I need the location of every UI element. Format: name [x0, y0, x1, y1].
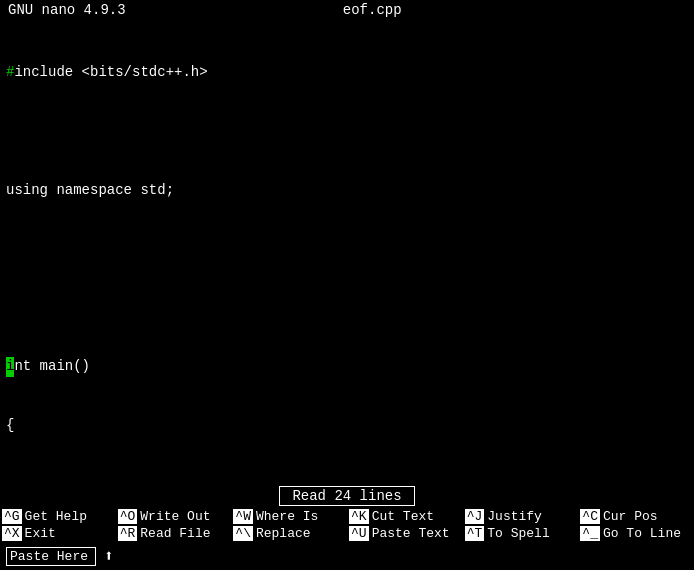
paste-area: ⬆	[0, 542, 694, 570]
terminal: GNU nano 4.9.3 eof.cpp #include <bits/st…	[0, 0, 694, 570]
code-line-1: #include <bits/stdc++.h>	[6, 63, 688, 83]
shortcut-label-replace: Replace	[253, 526, 311, 541]
code-line-6: int main()	[6, 357, 688, 377]
shortcut-label-to-spell: To Spell	[484, 526, 549, 541]
code-line-2	[6, 122, 688, 142]
code-line-4	[6, 240, 688, 260]
shortcut-key-where-is: ^W	[233, 509, 253, 524]
shortcut-key-justify: ^J	[465, 509, 485, 524]
shortcut-label-go-to-line: Go To Line	[600, 526, 681, 541]
status-bar: Read 24 lines	[0, 484, 694, 508]
shortcut-label-get-help: Get Help	[22, 509, 87, 524]
shortcut-row-2: ^X Exit ^R Read File ^\ Replace ^U Paste…	[0, 525, 694, 542]
code-line-7: {	[6, 416, 688, 436]
nano-version: GNU nano 4.9.3	[8, 2, 126, 18]
code-line-3: using namespace std;	[6, 181, 688, 201]
code-line-5	[6, 298, 688, 318]
shortcut-label-cur-pos: Cur Pos	[600, 509, 658, 524]
upload-icon: ⬆	[104, 546, 114, 566]
shortcut-label-paste-text: Paste Text	[369, 526, 450, 541]
shortcut-label-justify: Justify	[484, 509, 542, 524]
shortcut-justify[interactable]: ^J Justify	[463, 508, 579, 525]
shortcut-label-read-file: Read File	[137, 526, 210, 541]
shortcut-key-read-file: ^R	[118, 526, 138, 541]
shortcut-replace[interactable]: ^\ Replace	[231, 525, 347, 542]
title-bar: GNU nano 4.9.3 eof.cpp	[0, 0, 694, 20]
paste-input[interactable]	[6, 547, 96, 566]
editor-area[interactable]: #include <bits/stdc++.h> using namespace…	[0, 20, 694, 484]
shortcut-key-paste-text: ^U	[349, 526, 369, 541]
shortcut-write-out[interactable]: ^O Write Out	[116, 508, 232, 525]
shortcut-cur-pos[interactable]: ^C Cur Pos	[578, 508, 694, 525]
shortcut-key-go-to-line: ^_	[580, 526, 600, 541]
shortcut-key-get-help: ^G	[2, 509, 22, 524]
shortcut-row-1: ^G Get Help ^O Write Out ^W Where Is ^K …	[0, 508, 694, 525]
status-message: Read 24 lines	[279, 486, 414, 506]
shortcut-cut-text[interactable]: ^K Cut Text	[347, 508, 463, 525]
shortcut-read-file[interactable]: ^R Read File	[116, 525, 232, 542]
shortcut-get-help[interactable]: ^G Get Help	[0, 508, 116, 525]
shortcut-go-to-line[interactable]: ^_ Go To Line	[578, 525, 694, 542]
shortcut-where-is[interactable]: ^W Where Is	[231, 508, 347, 525]
shortcut-paste-text[interactable]: ^U Paste Text	[347, 525, 463, 542]
filename: eof.cpp	[343, 2, 402, 18]
shortcut-key-to-spell: ^T	[465, 526, 485, 541]
shortcut-label-where-is: Where Is	[253, 509, 318, 524]
shortcut-exit[interactable]: ^X Exit	[0, 525, 116, 542]
shortcut-key-cut-text: ^K	[349, 509, 369, 524]
shortcut-label-cut-text: Cut Text	[369, 509, 434, 524]
shortcut-to-spell[interactable]: ^T To Spell	[463, 525, 579, 542]
shortcut-label-exit: Exit	[22, 526, 56, 541]
shortcut-key-exit: ^X	[2, 526, 22, 541]
code-line-8	[6, 475, 688, 484]
shortcut-key-replace: ^\	[233, 526, 253, 541]
shortcut-key-cur-pos: ^C	[580, 509, 600, 524]
shortcut-key-write-out: ^O	[118, 509, 138, 524]
shortcut-label-write-out: Write Out	[137, 509, 210, 524]
